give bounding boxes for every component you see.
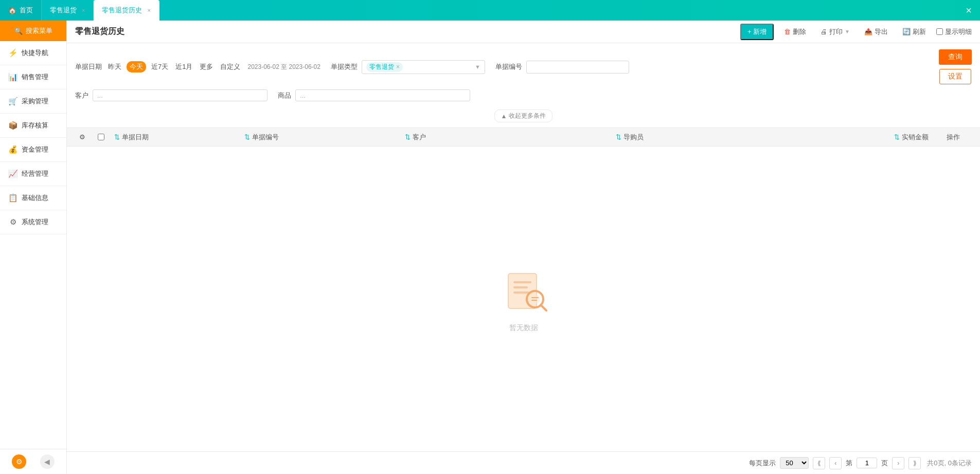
table-col-amount[interactable]: ⇅ 实销金额: [823, 133, 933, 142]
pagination: 每页显示 50 10 20 100 ⟪ ‹ 第 页 › ⟫ 共0页, 0条记录: [67, 451, 980, 474]
tab-bar: 🏠 首页 零售退货 × 零售退货历史 ×: [0, 0, 966, 21]
sidebar-item-system[interactable]: ⚙ 系统管理: [0, 210, 66, 234]
sidebar-item-system-label: 系统管理: [22, 217, 48, 227]
voucher-type-remove[interactable]: ×: [396, 63, 400, 70]
goods-filter: 商品 ...: [278, 89, 470, 101]
date-btn-yesterday[interactable]: 昨天: [106, 61, 123, 72]
refresh-button[interactable]: 🔄 刷新: [898, 25, 930, 39]
date-btn-7days[interactable]: 近7天: [149, 61, 170, 72]
collapse-label: 收起更多条件: [509, 112, 546, 120]
per-page-select[interactable]: 50 10 20 100: [780, 457, 809, 469]
table-header: ⚙ ⇅ 单据日期 ⇅ 单据编号 ⇅ 客户: [67, 128, 980, 147]
query-button[interactable]: 查询: [939, 49, 972, 65]
print-button[interactable]: 🖨 打印 ▼: [816, 25, 854, 39]
show-details-label: 显示明细: [945, 27, 972, 37]
collapse-button[interactable]: ▲ 收起更多条件: [494, 110, 553, 122]
operations-icon: 📈: [8, 169, 17, 178]
query-btn-group: 查询 设置: [939, 49, 972, 84]
sidebar-search-btn[interactable]: 🔍 搜索菜单: [0, 21, 66, 41]
empty-text: 暂无数据: [509, 323, 538, 333]
collapse-icon: ▲: [501, 113, 507, 120]
table-area: ⚙ ⇅ 单据日期 ⇅ 单据编号 ⇅ 客户: [67, 128, 980, 451]
sidebar: 🔍 搜索菜单 ⚡ 快捷导航 📊 销售管理 🛒 采购管理 📦 库: [0, 21, 67, 474]
refresh-label: 刷新: [913, 27, 926, 37]
collapse-bar: ▲ 收起更多条件: [75, 106, 972, 127]
table-col-checkbox[interactable]: [92, 134, 110, 140]
page-prev-btn[interactable]: ‹: [829, 457, 842, 469]
tab-return-label: 零售退货: [50, 6, 77, 15]
set-button[interactable]: 设置: [939, 69, 971, 84]
customer-select[interactable]: ...: [93, 89, 268, 101]
goods-select[interactable]: ...: [295, 89, 470, 101]
inventory-icon: 📦: [8, 121, 17, 130]
sort-number-icon: ⇅: [244, 133, 250, 141]
page-title: 零售退货历史: [75, 26, 124, 37]
new-button[interactable]: + 新增: [740, 24, 774, 40]
show-details-input[interactable]: [936, 28, 943, 35]
voucher-type-label: 单据类型: [331, 62, 358, 71]
empty-state: 暂无数据: [67, 147, 980, 451]
goods-placeholder: ...: [300, 92, 306, 99]
page-next-btn[interactable]: ›: [892, 457, 904, 469]
sidebar-item-purchase-label: 采购管理: [22, 97, 48, 106]
date-filter-label: 单据日期: [75, 62, 102, 71]
top-bar: 🏠 首页 零售退货 × 零售退货历史 × ×: [0, 0, 980, 21]
basicinfo-icon: 📋: [8, 193, 17, 203]
date-btn-custom[interactable]: 自定义: [218, 61, 242, 72]
tab-return-history[interactable]: 零售退货历史 ×: [94, 0, 159, 21]
page-unit: 页: [881, 459, 888, 468]
empty-illustration: [498, 266, 549, 317]
collapse-sidebar-btn[interactable]: ◀: [40, 454, 55, 469]
export-button[interactable]: 📤 导出: [860, 25, 892, 39]
table-col-amount-label: 实销金额: [902, 133, 929, 142]
voucher-type-select[interactable]: 零售退货 × ▼: [362, 60, 485, 74]
delete-button[interactable]: 🗑 删除: [780, 25, 810, 39]
table-col-number[interactable]: ⇅ 单据编号: [240, 133, 401, 142]
show-details-checkbox[interactable]: 显示明细: [936, 27, 972, 37]
table-col-guide[interactable]: ⇅ 导购员: [612, 133, 721, 142]
tab-home[interactable]: 🏠 首页: [0, 0, 42, 21]
page-actions: + 新增 🗑 删除 🖨 打印 ▼ 📤 导出 🔄: [740, 24, 972, 40]
table-col-customer[interactable]: ⇅ 客户: [401, 133, 612, 142]
voucher-number-input[interactable]: [526, 61, 629, 74]
sidebar-item-sales-label: 销售管理: [22, 72, 48, 82]
customer-filter: 客户 ...: [75, 89, 268, 101]
content-area: 零售退货历史 + 新增 🗑 删除 🖨 打印 ▼ 📤 导出: [67, 21, 980, 474]
export-label: 导出: [875, 27, 888, 37]
page-last-btn[interactable]: ⟫: [908, 457, 921, 469]
system-icon: ⚙: [8, 217, 17, 227]
sidebar-item-quicknav[interactable]: ⚡ 快捷导航: [0, 41, 66, 65]
date-btn-more[interactable]: 更多: [198, 61, 215, 72]
tab-return[interactable]: 零售退货 ×: [42, 0, 94, 21]
date-filter-group: 单据日期 昨天 今天 近7天 近1月 更多 自定义 2023-06-02 至 2…: [75, 61, 320, 72]
sidebar-item-inventory[interactable]: 📦 库存核算: [0, 114, 66, 138]
sidebar-item-basicinfo[interactable]: 📋 基础信息: [0, 186, 66, 210]
sidebar-item-purchase[interactable]: 🛒 采购管理: [0, 89, 66, 114]
date-btn-today[interactable]: 今天: [127, 61, 146, 72]
sidebar-bottom: ⚙ ◀: [0, 449, 66, 474]
svg-point-5: [530, 294, 540, 304]
table-col-settings[interactable]: ⚙: [73, 133, 92, 141]
sidebar-item-sales[interactable]: 📊 销售管理: [0, 65, 66, 89]
page-first-btn[interactable]: ⟪: [813, 457, 825, 469]
table-col-date[interactable]: ⇅ 单据日期: [110, 133, 240, 142]
sidebar-item-operations[interactable]: 📈 经营管理: [0, 162, 66, 186]
table-col-ops-label: 操作: [947, 133, 960, 142]
settings-btn[interactable]: ⚙: [12, 454, 26, 469]
svg-rect-3: [513, 291, 530, 294]
settings-icon[interactable]: ⚙: [79, 133, 85, 141]
quicknav-icon: ⚡: [8, 48, 17, 58]
topbar-close-btn[interactable]: ×: [966, 5, 980, 16]
tab-return-history-close[interactable]: ×: [147, 7, 150, 13]
tab-return-history-label: 零售退货历史: [102, 6, 142, 15]
sort-amount-icon: ⇅: [894, 133, 900, 141]
tab-return-close[interactable]: ×: [82, 7, 85, 13]
voucher-type-filter: 单据类型 零售退货 × ▼: [331, 60, 485, 74]
table-col-ops: 操作: [933, 133, 974, 142]
sort-guide-icon: ⇅: [616, 133, 621, 141]
sidebar-item-finance[interactable]: 💰 资金管理: [0, 138, 66, 162]
select-all-checkbox[interactable]: [98, 134, 104, 140]
page-label: 第: [846, 459, 852, 468]
date-btn-1month[interactable]: 近1月: [173, 61, 194, 72]
page-input[interactable]: [857, 458, 877, 468]
